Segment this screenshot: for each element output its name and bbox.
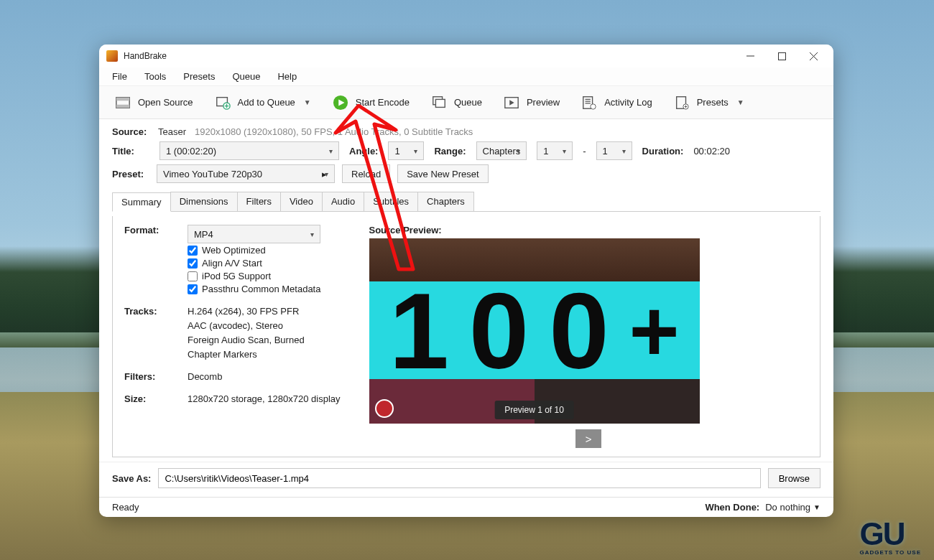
source-name: Teaser: [158, 126, 186, 137]
queue-icon: [431, 95, 447, 111]
svg-rect-0: [778, 52, 785, 60]
svg-rect-3: [116, 104, 129, 108]
angle-label: Angle:: [349, 146, 378, 157]
when-done-label: When Done:: [705, 502, 759, 513]
filters-label: Filters:: [124, 371, 176, 382]
check-passthru[interactable]: Passthru Common Metadata: [188, 284, 320, 294]
angle-select[interactable]: 1: [388, 141, 424, 160]
format-label: Format:: [124, 225, 176, 235]
save-row: Save As: Browse: [99, 462, 833, 497]
tab-subtitles[interactable]: Subtitles: [364, 192, 418, 211]
browse-button[interactable]: Browse: [768, 468, 820, 488]
tab-body: Format: MP4 Web Optimized Align A/V Star…: [112, 216, 820, 457]
preview-counter: Preview 1 of 10: [494, 401, 574, 419]
range-dash: -: [583, 146, 586, 157]
add-queue-button[interactable]: Add to Queue ▼: [205, 91, 321, 114]
chevron-down-icon: ▼: [737, 98, 744, 106]
range-label: Range:: [434, 146, 466, 157]
check-av-start[interactable]: Align A/V Start: [188, 258, 320, 269]
menubar: File Tools Presets Queue Help: [99, 67, 833, 86]
menu-help[interactable]: Help: [270, 68, 304, 85]
save-new-preset-button[interactable]: Save New Preset: [397, 164, 488, 183]
tabs: Summary Dimensions Filters Video Audio S…: [112, 192, 820, 212]
app-window: HandBrake File Tools Presets Queue Help …: [99, 45, 833, 517]
tab-summary[interactable]: Summary: [112, 192, 171, 212]
app-icon: [106, 50, 118, 62]
preview-overlay-text: 100+: [369, 281, 700, 381]
queue-button[interactable]: Queue: [421, 91, 492, 114]
titlebar: HandBrake: [99, 45, 833, 67]
chevron-down-icon: ▼: [813, 503, 820, 511]
tab-dimensions[interactable]: Dimensions: [170, 192, 238, 211]
toolbar: Open Source Add to Queue ▼ Start Encode …: [99, 86, 833, 119]
start-encode-button[interactable]: Start Encode: [323, 91, 420, 114]
tab-video[interactable]: Video: [280, 192, 323, 211]
menu-presets[interactable]: Presets: [176, 68, 222, 85]
film-icon: [115, 95, 131, 111]
tab-filters[interactable]: Filters: [237, 192, 281, 211]
window-title: HandBrake: [124, 51, 167, 61]
preview-button[interactable]: Preview: [494, 91, 570, 114]
svg-point-11: [591, 103, 596, 108]
summary-right: Source Preview: 100+ Preview 1 of 10 >: [369, 225, 809, 448]
save-path-input[interactable]: [158, 468, 760, 488]
source-row: Source: Teaser 1920x1080 (1920x1080), 50…: [112, 126, 820, 137]
status-text: Ready: [112, 502, 139, 513]
format-select[interactable]: MP4: [188, 225, 320, 243]
svg-rect-2: [116, 97, 129, 101]
tracks-list: H.264 (x264), 30 FPS PFR AAC (avcodec), …: [188, 306, 305, 360]
range-from-select[interactable]: 1: [537, 141, 573, 160]
activity-log-button[interactable]: Activity Log: [571, 91, 662, 114]
content-area: Source: Teaser 1920x1080 (1920x1080), 50…: [99, 119, 833, 462]
check-ipod[interactable]: iPod 5G Support: [188, 271, 320, 281]
maximize-button[interactable]: [766, 45, 797, 67]
preset-row: Preset: Vimeo YouTube 720p30 ▸ Reload Sa…: [112, 164, 820, 183]
reload-button[interactable]: Reload: [342, 164, 390, 183]
source-preview: 100+ Preview 1 of 10: [369, 238, 700, 424]
tab-chapters[interactable]: Chapters: [417, 192, 474, 211]
play-icon: [333, 95, 348, 111]
queue-add-icon: [215, 95, 231, 111]
close-button[interactable]: [797, 45, 829, 67]
preview-icon: [504, 95, 519, 111]
filters-value: Decomb: [188, 371, 222, 382]
menu-file[interactable]: File: [105, 68, 134, 85]
title-row: Title: 1 (00:02:20) Angle: 1 Range: Chap…: [112, 141, 820, 160]
summary-left: Format: MP4 Web Optimized Align A/V Star…: [124, 225, 341, 448]
source-info: 1920x1080 (1920x1080), 50 FPS, 1 Audio T…: [195, 126, 473, 137]
check-web-optimized[interactable]: Web Optimized: [188, 245, 320, 256]
minimize-button[interactable]: [734, 45, 766, 67]
size-value: 1280x720 storage, 1280x720 display: [188, 393, 341, 404]
duration-label: Duration:: [642, 146, 684, 157]
preview-title: Source Preview:: [369, 225, 809, 235]
range-to-select[interactable]: 1: [596, 141, 632, 160]
range-type-select[interactable]: Chapters: [476, 141, 527, 160]
chevron-down-icon: ▼: [304, 98, 311, 106]
tracks-label: Tracks:: [124, 306, 176, 360]
open-source-button[interactable]: Open Source: [105, 91, 203, 114]
status-bar: Ready When Done: Do nothing ▼: [99, 497, 833, 517]
title-label: Title:: [112, 146, 149, 157]
presets-button[interactable]: Presets ▼: [664, 91, 754, 114]
when-done-value[interactable]: Do nothing: [765, 502, 810, 513]
log-icon: [581, 95, 597, 111]
preset-label: Preset:: [112, 169, 149, 179]
menu-tools[interactable]: Tools: [137, 68, 173, 85]
tab-audio[interactable]: Audio: [322, 192, 364, 211]
presets-icon: [674, 95, 690, 111]
save-as-label: Save As:: [112, 473, 151, 484]
size-label: Size:: [124, 393, 176, 404]
svg-rect-8: [435, 99, 445, 107]
source-label: Source:: [112, 126, 149, 137]
preset-select[interactable]: Vimeo YouTube 720p30 ▸: [157, 164, 335, 183]
channel-badge-icon: [375, 399, 394, 418]
preview-next-button[interactable]: >: [575, 429, 601, 448]
watermark: GU GADGETS TO USE: [860, 516, 921, 556]
duration-value: 00:02:20: [693, 146, 730, 157]
menu-queue[interactable]: Queue: [225, 68, 267, 85]
title-select[interactable]: 1 (00:02:20): [159, 141, 339, 160]
